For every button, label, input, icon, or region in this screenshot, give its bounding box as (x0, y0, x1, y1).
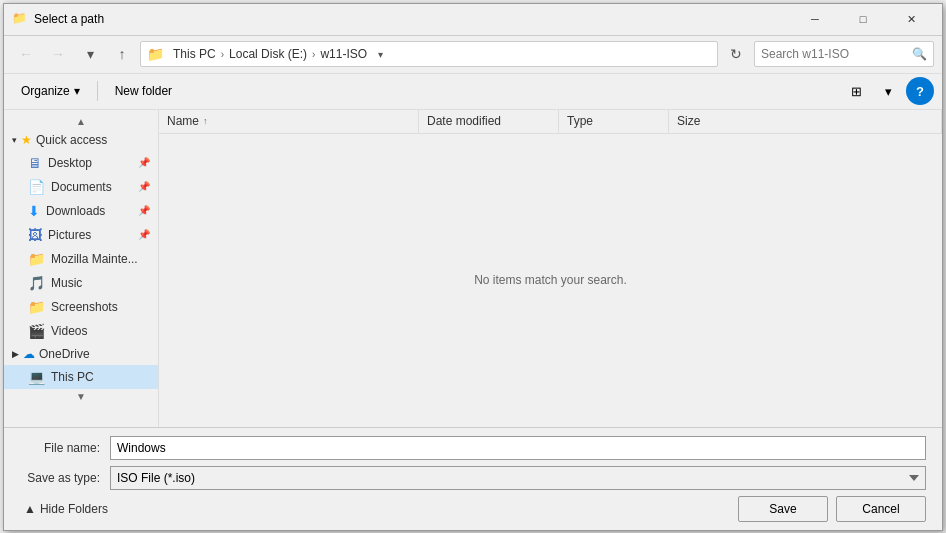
sidebar-item-mozilla[interactable]: 📁 Mozilla Mainte... (4, 247, 158, 271)
file-area: Name ↑ Date modified Type Size No items … (159, 110, 942, 427)
column-type[interactable]: Type (559, 110, 669, 133)
maximize-button[interactable]: □ (840, 3, 886, 35)
sep1: › (221, 49, 224, 60)
bottom-actions-row: ▲ Hide Folders Save Cancel (20, 496, 926, 522)
breadcrumb-thispc[interactable]: This PC (170, 46, 219, 62)
screenshots-folder-icon: 📁 (28, 299, 45, 315)
sort-icon: ↑ (203, 116, 208, 126)
filename-label: File name: (20, 441, 110, 455)
filename-row: File name: (20, 436, 926, 460)
column-size[interactable]: Size (669, 110, 942, 133)
address-dropdown-icon: ▾ (378, 49, 383, 60)
column-date[interactable]: Date modified (419, 110, 559, 133)
hide-folders-arrow-icon: ▲ (24, 502, 36, 516)
sidebar-item-music[interactable]: 🎵 Music (4, 271, 158, 295)
folder-icon: 📁 (147, 46, 164, 62)
sidebar-item-desktop[interactable]: 🖥 Desktop 📌 (4, 151, 158, 175)
pin-icon-documents: 📌 (138, 181, 150, 192)
sidebar-item-label-desktop: Desktop (48, 156, 92, 170)
breadcrumb-localdisk[interactable]: Local Disk (E:) (226, 46, 310, 62)
new-folder-button[interactable]: New folder (106, 78, 181, 104)
desktop-folder-icon: 🖥 (28, 155, 42, 171)
sidebar-item-downloads[interactable]: ⬇ Downloads 📌 (4, 199, 158, 223)
action-buttons: Save Cancel (738, 496, 926, 522)
quick-access-label: Quick access (36, 133, 107, 147)
address-bar[interactable]: 📁 This PC › Local Disk (E:) › w11-ISO ▾ (140, 41, 718, 67)
breadcrumb: 📁 This PC › Local Disk (E:) › w11-ISO (147, 46, 370, 62)
onedrive-icon: ☁ (23, 347, 35, 361)
address-dropdown-button[interactable]: ▾ (370, 41, 390, 67)
pin-icon-pictures: 📌 (138, 229, 150, 240)
filename-input[interactable] (110, 436, 926, 460)
sidebar-item-label-downloads: Downloads (46, 204, 105, 218)
column-name-label: Name (167, 114, 199, 128)
save-button[interactable]: Save (738, 496, 828, 522)
scroll-down-icon: ▼ (76, 391, 86, 402)
organize-button[interactable]: Organize ▾ (12, 78, 89, 104)
search-input[interactable] (761, 47, 912, 61)
help-button[interactable]: ? (906, 77, 934, 105)
sidebar-scroll-up[interactable]: ▲ (4, 114, 158, 129)
title-bar-controls: ─ □ ✕ (792, 3, 934, 35)
filetype-row: Save as type: ISO File (*.iso) All Files… (20, 466, 926, 490)
sidebar-item-screenshots[interactable]: 📁 Screenshots (4, 295, 158, 319)
toolbar-separator (97, 81, 98, 101)
back-button[interactable]: ← (12, 40, 40, 68)
refresh-button[interactable]: ↻ (722, 41, 750, 67)
empty-message: No items match your search. (474, 273, 627, 287)
forward-button[interactable]: → (44, 40, 72, 68)
up-button[interactable]: ↑ (108, 40, 136, 68)
view-icon: ⊞ (851, 84, 862, 99)
hide-folders-button[interactable]: ▲ Hide Folders (20, 500, 112, 518)
search-bar: 🔍 (754, 41, 934, 67)
bottom-bar: File name: Save as type: ISO File (*.iso… (4, 427, 942, 530)
chevron-onedrive-icon: ▶ (12, 349, 19, 359)
refresh-icon: ↻ (730, 46, 742, 62)
sidebar-item-label-pictures: Pictures (48, 228, 91, 242)
sidebar-item-label-videos: Videos (51, 324, 87, 338)
chevron-icon: ▾ (12, 135, 17, 145)
main-content: ▲ ▾ ★ Quick access 🖥 Desktop 📌 📄 Documen… (4, 110, 942, 427)
file-body: No items match your search. (159, 134, 942, 427)
view-dropdown-icon: ▾ (885, 84, 892, 99)
view-button[interactable]: ⊞ (842, 78, 870, 104)
sidebar-item-videos[interactable]: 🎬 Videos (4, 319, 158, 343)
filetype-label: Save as type: (20, 471, 110, 485)
sidebar-item-label-documents: Documents (51, 180, 112, 194)
pin-icon-desktop: 📌 (138, 157, 150, 168)
filetype-select[interactable]: ISO File (*.iso) All Files (*.*) (110, 466, 926, 490)
cancel-button[interactable]: Cancel (836, 496, 926, 522)
sidebar-item-thispc[interactable]: 💻 This PC (4, 365, 158, 389)
sidebar-item-label-mozilla: Mozilla Mainte... (51, 252, 138, 266)
sidebar-group-onedrive[interactable]: ▶ ☁ OneDrive (4, 343, 158, 365)
column-name[interactable]: Name ↑ (159, 110, 419, 133)
sidebar-item-documents[interactable]: 📄 Documents 📌 (4, 175, 158, 199)
music-folder-icon: 🎵 (28, 275, 45, 291)
close-button[interactable]: ✕ (888, 3, 934, 35)
sep2: › (312, 49, 315, 60)
view-dropdown-button[interactable]: ▾ (874, 78, 902, 104)
sidebar-item-pictures[interactable]: 🖼 Pictures 📌 (4, 223, 158, 247)
sidebar-group-quick-access[interactable]: ▾ ★ Quick access (4, 129, 158, 151)
window-title: Select a path (34, 12, 792, 26)
column-date-label: Date modified (427, 114, 501, 128)
nav-bar: ← → ▾ ↑ 📁 This PC › Local Disk (E:) › w1… (4, 36, 942, 74)
sidebar-item-label-screenshots: Screenshots (51, 300, 118, 314)
sidebar-scroll-down[interactable]: ▼ (4, 389, 158, 404)
title-bar: 📁 Select a path ─ □ ✕ (4, 4, 942, 36)
organize-label: Organize (21, 84, 70, 98)
column-type-label: Type (567, 114, 593, 128)
minimize-button[interactable]: ─ (792, 3, 838, 35)
pin-icon-downloads: 📌 (138, 205, 150, 216)
recent-locations-button[interactable]: ▾ (76, 40, 104, 68)
file-list-header: Name ↑ Date modified Type Size (159, 110, 942, 134)
breadcrumb-current[interactable]: w11-ISO (317, 46, 370, 62)
sidebar[interactable]: ▲ ▾ ★ Quick access 🖥 Desktop 📌 📄 Documen… (4, 110, 159, 427)
scroll-up-icon: ▲ (76, 116, 86, 127)
documents-folder-icon: 📄 (28, 179, 45, 195)
forward-icon: → (51, 46, 65, 62)
help-icon: ? (916, 84, 924, 99)
pictures-folder-icon: 🖼 (28, 227, 42, 243)
window-icon: 📁 (12, 11, 28, 27)
toolbar-right: ⊞ ▾ ? (842, 77, 934, 105)
